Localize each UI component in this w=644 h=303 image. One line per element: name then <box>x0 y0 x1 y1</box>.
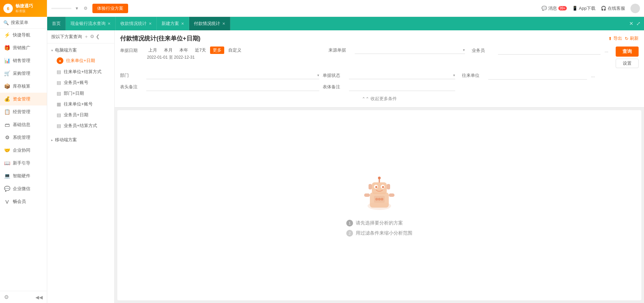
search-icon: 🔍 <box>3 20 9 25</box>
scheme-item-unit-settle[interactable]: ▤ 往来单位+结算方式 <box>47 66 114 77</box>
sidebar-item-capital[interactable]: 💰 资金管理 <box>0 93 47 105</box>
active-scheme-dot: ● <box>57 57 63 64</box>
notifications-badge: 99+ <box>558 6 567 10</box>
tab-bank-flow[interactable]: 现金银行流水查询 ✕ <box>66 17 116 30</box>
phone-icon: 📱 <box>572 6 578 11</box>
staff-input[interactable] <box>498 47 601 55</box>
date-btn-this-month[interactable]: 本月 <box>161 47 175 54</box>
tab-pay-stats[interactable]: 付款情况统计 ✕ <box>189 17 230 30</box>
trial-btn[interactable]: 体验行业方案 <box>92 4 128 13</box>
scheme-group-mobile-title[interactable]: ▸ 移动端方案 <box>47 135 114 145</box>
query-btn[interactable]: 查询 <box>616 47 639 57</box>
tab-close-payment-stats[interactable]: ✕ <box>149 22 152 26</box>
source-select[interactable]: ▾ <box>355 47 465 54</box>
sidebar-item-wechat[interactable]: 💬 企业微信 <box>0 182 47 195</box>
result-area: 1 请先选择要分析的方案 2 用过滤条件来缩小分析范围 <box>117 110 641 300</box>
collapse-sidebar-icon[interactable]: ◀◀ <box>35 295 43 300</box>
sidebar-item-guide[interactable]: 📖 新手引导 <box>0 157 47 170</box>
sidebar-item-label: 新手引导 <box>13 160 30 166</box>
scheme-icon-6: ▤ <box>57 123 61 128</box>
app-download-btn[interactable]: 📱 App下载 <box>572 5 595 11</box>
settings-icon[interactable]: ⚙ <box>4 294 9 300</box>
sidebar-item-coop[interactable]: 🤝 企业协同 <box>0 144 47 157</box>
scheme-panel: 按以下方案查询 ＋ ⚙ ❮ ▾ 电脑端方案 ● 往来单位+日期 ▤ <box>47 30 115 303</box>
sidebar-item-label: 企业协同 <box>13 147 30 153</box>
body-note-input[interactable] <box>349 83 456 91</box>
settings-btn[interactable]: 设置 <box>616 59 639 68</box>
scheme-item-staff-account[interactable]: ▤ 业务员+账号 <box>47 77 114 88</box>
partner-input[interactable] <box>488 71 587 80</box>
message-icon: 💬 <box>541 6 547 11</box>
doc-status-select[interactable]: ▾ <box>349 72 456 79</box>
dept-select[interactable]: ▾ <box>146 72 319 79</box>
scheme-item-staff-date[interactable]: ▤ 业务员+日期 <box>47 110 114 120</box>
sidebar-item-system[interactable]: ⚙ 系统管理 <box>0 131 47 144</box>
tab-new-scheme[interactable]: 新建方案 ✕ <box>157 17 189 30</box>
sidebar-item-operation[interactable]: 📋 经营管理 <box>0 105 47 118</box>
date-btn-last-month[interactable]: 上月 <box>146 47 160 54</box>
sidebar-item-inventory[interactable]: 📦 库存核算 <box>0 80 47 93</box>
sidebar-item-purchase[interactable]: 🛒 采购管理 <box>0 67 47 80</box>
scheme-collapse-icon[interactable]: ❮ <box>96 34 100 40</box>
export-label: 导出 <box>613 35 622 41</box>
sidebar-search[interactable]: 🔍 搜索菜单 <box>0 17 47 29</box>
tab-expand-icon[interactable]: ⤢ <box>636 21 641 27</box>
tab-home[interactable]: 首页 <box>47 17 66 30</box>
staff-label: 业务员 <box>472 48 495 54</box>
export-btn[interactable]: ⬆ 导出 <box>608 35 622 41</box>
scheme-icon-5: ▤ <box>57 112 61 118</box>
header-note-label: 表头备注 <box>120 84 144 90</box>
scheme-icon-3: ▤ <box>57 91 61 96</box>
refresh-btn[interactable]: ↻ 刷新 <box>625 35 639 41</box>
topbar-gear-icon[interactable]: ⚙ <box>84 6 88 11</box>
tab-close-pay-stats[interactable]: ✕ <box>222 22 225 26</box>
sidebar-item-quick-nav[interactable]: ⚡ 快捷导航 <box>0 29 47 41</box>
guide-icon: 📖 <box>4 160 10 166</box>
date-btn-this-year[interactable]: 本年 <box>177 47 191 54</box>
scheme-item-label: 往来单位+结算方式 <box>64 69 101 75</box>
tab-payment-stats[interactable]: 收款情况统计 ✕ <box>116 17 157 30</box>
date-btn-7days[interactable]: 近7天 <box>192 47 209 54</box>
dept-label: 部门 <box>120 72 144 79</box>
scheme-add-icon[interactable]: ＋ <box>84 34 89 40</box>
staff-ellipsis[interactable]: ... <box>605 48 608 53</box>
sidebar-item-vip[interactable]: V 畅会员 <box>0 195 47 208</box>
scheme-item-unit-date[interactable]: ● 往来单位+日期 <box>47 55 114 66</box>
scheme-item-staff-settle[interactable]: ▤ 业务员+结算方式 <box>47 120 114 131</box>
sidebar-item-label: 智能硬件 <box>13 173 30 179</box>
filter-area: 付款情况统计(往来单位+日期) ⬆ 导出 ↻ 刷新 <box>115 30 644 108</box>
sidebar-item-basic[interactable]: 🗃 基础信息 <box>0 118 47 131</box>
sidebar-nav: ⚡ 快捷导航 🎁 营销推广 📊 销售管理 🛒 采购管理 📦 库存核算 💰 资金管… <box>0 29 47 291</box>
partner-ellipsis[interactable]: ... <box>591 73 595 78</box>
online-service-btn[interactable]: 🎧 在线客服 <box>601 5 625 11</box>
quick-nav-icon: ⚡ <box>4 32 10 38</box>
topbar-dropdown-arrow[interactable]: ▼ <box>75 6 79 11</box>
scheme-group-desktop-title[interactable]: ▾ 电脑端方案 <box>47 46 114 55</box>
date-btn-more[interactable]: 更多 <box>210 47 224 54</box>
svg-point-14 <box>375 198 378 201</box>
source-label: 来源单据 <box>328 47 352 53</box>
search-label: 搜索菜单 <box>11 20 28 26</box>
collapse-conditions-btn[interactable]: ⌃⌃ 收起更多条件 <box>120 93 639 103</box>
sidebar: 6 畅捷通巧 标准版 🔍 搜索菜单 ⚡ 快捷导航 🎁 营销推广 📊 销售管理 🛒… <box>0 0 47 303</box>
scheme-group-desktop: ▾ 电脑端方案 ● 往来单位+日期 ▤ 往来单位+结算方式 ▤ 业务员+账号 ▤ <box>47 43 114 133</box>
sidebar-item-sales[interactable]: 📊 销售管理 <box>0 54 47 67</box>
notifications-btn[interactable]: 💬 消息 99+ <box>541 5 567 11</box>
sidebar-item-hardware[interactable]: 💻 智能硬件 <box>0 170 47 182</box>
date-btn-custom[interactable]: 自定义 <box>226 47 244 54</box>
scheme-item-unit-account[interactable]: ▦ 往来单位+账号 <box>47 99 114 110</box>
tab-close-all-icon[interactable]: ✕ <box>629 21 634 27</box>
payment-stats-tab-label: 收款情况统计 <box>120 21 147 27</box>
date-label: 单据日期 <box>120 47 144 54</box>
desktop-group-arrow: ▾ <box>51 49 53 52</box>
right-content: 付款情况统计(往来单位+日期) ⬆ 导出 ↻ 刷新 <box>115 30 644 303</box>
scheme-item-dept-date[interactable]: ▤ 部门+日期 <box>47 88 114 99</box>
scheme-settings-icon[interactable]: ⚙ <box>90 34 94 40</box>
tabbar-actions: ✕ ⤢ <box>626 17 644 30</box>
user-avatar[interactable] <box>631 4 640 13</box>
sidebar-item-marketing[interactable]: 🎁 营销推广 <box>0 41 47 54</box>
empty-robot-illustration <box>359 174 400 214</box>
tab-close-bank-flow[interactable]: ✕ <box>108 22 111 26</box>
tab-close-new-scheme[interactable]: ✕ <box>181 22 184 26</box>
header-note-input[interactable] <box>146 83 319 91</box>
